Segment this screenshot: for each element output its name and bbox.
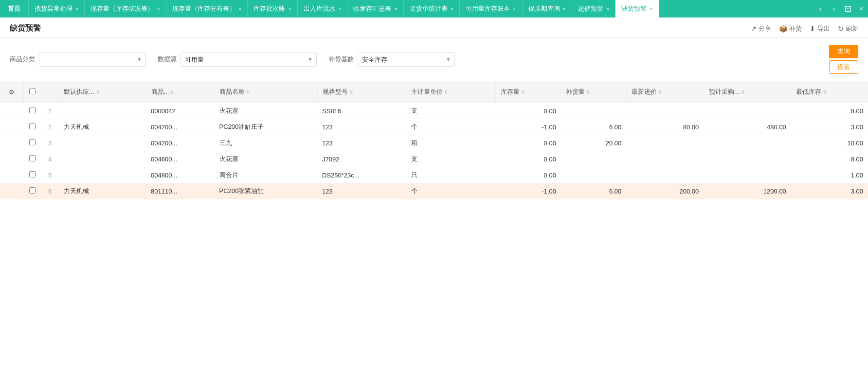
close-tab-overstock[interactable]: × [606,6,609,12]
tab-available[interactable]: 可用量库存账本 × [460,0,522,18]
tab-demand[interactable]: 要货单统计表 × [404,0,460,18]
row-checkbox-5[interactable] [29,187,36,194]
sort-unit[interactable]: 主计量单位 ⇅ [411,88,448,96]
page-title: 缺货预警 [10,23,751,34]
close-tab-picking[interactable]: × [75,6,78,12]
th-restock: 补货量 ⇅ [561,81,626,103]
tab-batch[interactable]: 库存批次账 × [248,0,297,18]
tab-shortage[interactable]: 缺货预警 × [615,0,659,18]
td-stock-1: -1.00 [496,119,561,135]
datasource-select-wrapper: 可用量 库存量 ▼ [181,52,317,67]
th-stock: 库存量 ⇅ [496,81,561,103]
tab-picking[interactable]: 拣货异常处理 × [29,0,85,18]
th-est-purchase: 预计采购... ⇅ [704,81,791,103]
td-restock-5: 6.00 [561,183,626,199]
th-gear: ⚙ [0,81,24,103]
filter-actions: 查询 设置 [829,45,858,74]
sort-name[interactable]: 商品名称 ⇅ [219,88,250,96]
td-code-5: 801110... [146,183,214,199]
td-min-stock-5: 3.00 [791,183,868,199]
sort-spec[interactable]: 规格型号 ⇅ [323,88,353,96]
tab-inventory-status[interactable]: 现存量（库存状况表） × [85,0,166,18]
close-tab-shortage[interactable]: × [650,6,652,12]
td-num-1: 2 [41,119,59,135]
category-select-wrapper: ▼ [39,52,146,67]
td-code-4: 004800... [146,167,214,183]
share-button[interactable]: ↗ 分享 [751,24,771,33]
restock-icon: 📦 [779,25,787,33]
td-latest-price-4 [626,167,704,183]
close-tab-batch[interactable]: × [288,6,291,12]
tab-overstock[interactable]: 超储预警 × [572,0,615,18]
close-tab-demand[interactable]: × [451,6,453,12]
close-tab-flow[interactable]: × [338,6,341,12]
td-unit-4: 只 [406,167,496,183]
sort-restock[interactable]: 补货量 ⇅ [566,88,590,96]
th-supplier: 默认供应... ⇅ [59,81,146,103]
refresh-button[interactable]: ↻ 刷新 [838,24,858,33]
td-restock-0 [561,103,626,119]
sort-latest-price[interactable]: 最新进价 ⇅ [632,88,662,96]
export-button[interactable]: ⬇ 导出 [810,24,830,33]
row-checkbox-2[interactable] [29,139,36,145]
category-select[interactable] [39,52,146,67]
td-supplier-2 [59,135,146,151]
tab-summary[interactable]: 收发存汇总表 × [347,0,403,18]
row-checkbox-0[interactable] [29,107,36,113]
tab-nav-buttons: ‹ › ⊟ × [814,0,868,18]
td-spec-2: 123 [317,135,406,151]
tab-menu-btn[interactable]: ⊟ [841,0,854,18]
table-row: 2 力天机械 004200... PC200油缸庄子 123 个 -1.00 6… [0,119,868,135]
select-all-checkbox[interactable] [29,88,36,94]
td-name-0: 火花塞 [215,103,318,119]
tab-flow[interactable]: 出入库流水 × [298,0,347,18]
td-stock-2: 0.00 [496,135,561,151]
sort-code[interactable]: 商品... ⇅ [151,88,175,96]
sort-stock[interactable]: 库存量 ⇅ [501,88,525,96]
sort-stock-icon: ⇅ [521,89,525,95]
td-check-0 [24,103,41,119]
datasource-select[interactable]: 可用量 库存量 [181,52,317,67]
tab-prev-btn[interactable]: ‹ [814,0,827,18]
td-est-purchase-2 [704,135,791,151]
tab-home[interactable]: 首页 [0,0,29,18]
td-supplier-0 [59,103,146,119]
td-min-stock-2: 10.00 [791,135,868,151]
category-label: 商品分类 [10,55,35,64]
query-button[interactable]: 查询 [829,45,858,58]
tab-inventory-dist[interactable]: 现存量（库存分布表） × [166,0,248,18]
close-tab-inv-status[interactable]: × [157,6,160,12]
table-row: 4 004600... 火花塞 J7092 支 0.00 8.00 [0,151,868,167]
sort-unit-icon: ⇅ [444,89,448,95]
gear-icon[interactable]: ⚙ [5,85,18,99]
td-spec-3: J7092 [317,151,406,167]
td-supplier-3 [59,151,146,167]
sort-supplier-icon: ⇅ [96,89,100,95]
close-tab-summary[interactable]: × [394,6,397,12]
sort-min-stock-icon: ⇅ [823,89,827,95]
td-spec-1: 123 [317,119,406,135]
row-checkbox-4[interactable] [29,171,36,177]
td-est-purchase-0 [704,103,791,119]
tab-expiry[interactable]: 保质期查询 × [523,0,572,18]
settings-button[interactable]: 设置 [829,60,858,74]
th-spec: 规格型号 ⇅ [317,81,406,103]
sort-supplier[interactable]: 默认供应... ⇅ [64,88,100,96]
td-gear-4 [0,167,24,183]
sort-min-stock[interactable]: 最低库存 ⇅ [796,88,827,96]
close-tab-expiry[interactable]: × [563,6,566,12]
td-latest-price-5: 200.00 [626,183,704,199]
close-tab-available[interactable]: × [513,6,516,12]
td-est-purchase-5: 1200.00 [704,183,791,199]
td-gear-5 [0,183,24,199]
td-unit-3: 支 [406,151,496,167]
tab-next-btn[interactable]: › [827,0,841,18]
tab-close-all-btn[interactable]: × [854,0,868,18]
restock-button[interactable]: 📦 补货 [779,24,802,33]
close-tab-inv-dist[interactable]: × [238,6,241,12]
base-select[interactable]: 安全库存 最低库存 [358,52,455,67]
datasource-label: 数据源 [158,55,177,64]
sort-est-purchase[interactable]: 预计采购... ⇅ [709,88,745,96]
row-checkbox-3[interactable] [29,155,36,161]
row-checkbox-1[interactable] [29,123,36,129]
